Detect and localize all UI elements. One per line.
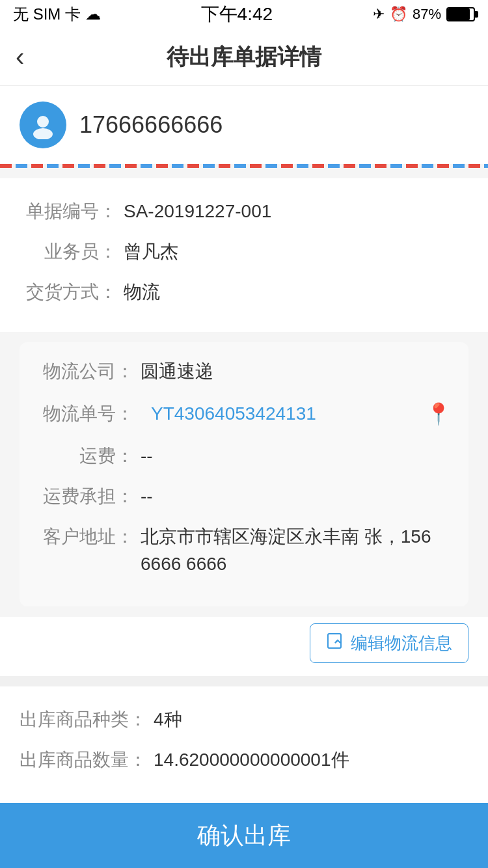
logistics-company-value: 圆通速递 bbox=[141, 358, 452, 385]
order-no-row: 单据编号： SA-20191227-001 bbox=[20, 198, 468, 225]
nav-bar: ‹ 待出库单据详情 bbox=[0, 29, 488, 86]
freight-bearer-label: 运费承担： bbox=[36, 483, 141, 510]
freight-value: -- bbox=[141, 442, 452, 470]
edit-logistics-label: 编辑物流信息 bbox=[351, 632, 452, 655]
avatar bbox=[20, 102, 66, 148]
customer-header: 17666666666 bbox=[0, 86, 488, 164]
status-bar: 无 SIM 卡 ☁ 下午4:42 ✈ ⏰ 87% bbox=[0, 0, 488, 29]
svg-point-1 bbox=[33, 128, 53, 139]
location-icon[interactable]: 📍 bbox=[426, 398, 452, 429]
goods-types-value: 4种 bbox=[154, 706, 468, 733]
edit-icon bbox=[326, 632, 344, 655]
salesman-row: 业务员： 曾凡杰 bbox=[20, 238, 468, 265]
goods-types-row: 出库商品种类： 4种 bbox=[20, 706, 468, 733]
order-no-label: 单据编号： bbox=[20, 198, 124, 225]
decorative-border bbox=[0, 164, 488, 168]
address-row: 客户地址： 北京市市辖区海淀区永丰南 张，156 6666 6666 bbox=[36, 523, 452, 578]
order-info-section: 单据编号： SA-20191227-001 业务员： 曾凡杰 交货方式： 物流 bbox=[0, 178, 488, 332]
location-status-icon: ✈ bbox=[373, 6, 385, 23]
goods-quantity-value: 14.620000000000001件 bbox=[154, 746, 468, 774]
freight-bearer-value: -- bbox=[141, 483, 452, 510]
salesman-label: 业务员： bbox=[20, 238, 124, 265]
customer-phone: 17666666666 bbox=[79, 111, 223, 139]
page-title: 待出库单据详情 bbox=[167, 42, 321, 72]
status-right: ✈ ⏰ 87% bbox=[373, 6, 475, 23]
delivery-type-row: 交货方式： 物流 bbox=[20, 278, 468, 306]
alarm-icon: ⏰ bbox=[390, 6, 407, 23]
salesman-value: 曾凡杰 bbox=[124, 238, 468, 265]
svg-point-0 bbox=[37, 116, 49, 128]
logistics-company-row: 物流公司： 圆通速递 bbox=[36, 358, 452, 385]
goods-types-label: 出库商品种类： bbox=[20, 706, 154, 733]
logistics-company-label: 物流公司： bbox=[36, 358, 141, 385]
section-divider bbox=[0, 676, 488, 686]
goods-quantity-row: 出库商品数量： 14.620000000000001件 bbox=[20, 746, 468, 774]
freight-label: 运费： bbox=[36, 442, 141, 470]
status-left: 无 SIM 卡 ☁ bbox=[13, 4, 101, 25]
edit-btn-row: 编辑物流信息 bbox=[0, 617, 488, 676]
tracking-no-label: 物流单号： bbox=[36, 400, 141, 427]
address-label: 客户地址： bbox=[36, 523, 141, 550]
status-time: 下午4:42 bbox=[201, 2, 273, 27]
confirm-button-label: 确认出库 bbox=[197, 820, 291, 852]
battery-icon bbox=[446, 7, 475, 21]
back-button[interactable]: ‹ bbox=[16, 42, 24, 72]
battery-level: 87% bbox=[413, 6, 441, 23]
delivery-type-label: 交货方式： bbox=[20, 278, 124, 306]
tracking-no-row: 物流单号： YT43064053424131 📍 bbox=[36, 398, 452, 429]
delivery-type-value: 物流 bbox=[124, 278, 468, 306]
order-no-value: SA-20191227-001 bbox=[124, 198, 468, 225]
logistics-card: 物流公司： 圆通速递 物流单号： YT43064053424131 📍 运费： … bbox=[20, 342, 468, 606]
goods-quantity-label: 出库商品数量： bbox=[20, 746, 154, 774]
sim-status: 无 SIM 卡 ☁ bbox=[13, 4, 101, 25]
freight-bearer-row: 运费承担： -- bbox=[36, 483, 452, 510]
freight-row: 运费： -- bbox=[36, 442, 452, 470]
confirm-bar[interactable]: 确认出库 bbox=[0, 803, 488, 868]
goods-section: 出库商品种类： 4种 出库商品数量： 14.620000000000001件 bbox=[0, 686, 488, 800]
tracking-no-value: YT43064053424131 bbox=[151, 400, 415, 427]
address-value: 北京市市辖区海淀区永丰南 张，156 6666 6666 bbox=[141, 523, 452, 578]
edit-logistics-button[interactable]: 编辑物流信息 bbox=[310, 623, 468, 663]
